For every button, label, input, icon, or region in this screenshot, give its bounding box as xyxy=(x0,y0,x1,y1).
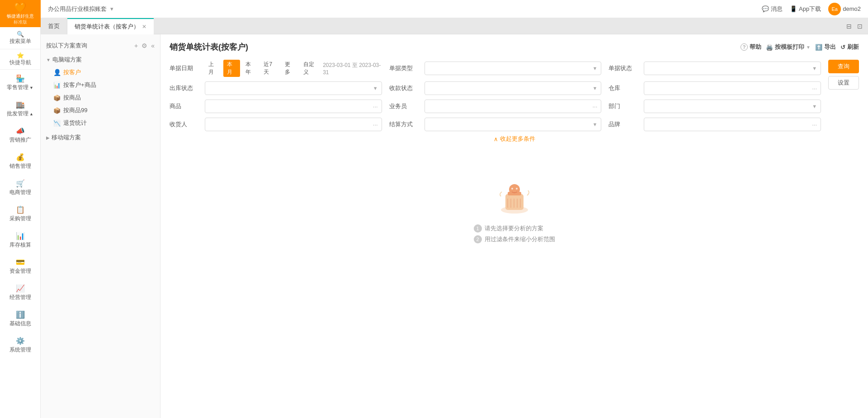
sidebar-item-marketing[interactable]: 📣 营销推广 xyxy=(0,122,41,148)
topbar-user[interactable]: Ea demo2 xyxy=(828,3,861,15)
tree-mobile-scheme[interactable]: ▶ 移动端方案 xyxy=(41,131,160,144)
sidebar-item-wholesale[interactable]: 🏬 批发管理 ▲ xyxy=(0,96,41,122)
filter-cell-payment-method: 结算方式 ▼ xyxy=(389,118,609,131)
brand-dropdown[interactable]: ··· xyxy=(644,118,821,131)
date-btn-7days[interactable]: 近7天 xyxy=(260,60,279,77)
help-action[interactable]: ? 帮助 xyxy=(741,43,761,51)
payment-method-dropdown[interactable]: ▼ xyxy=(425,118,602,131)
payment-status-dropdown[interactable]: ▼ xyxy=(425,81,602,95)
tab-sales-stat-label: 销货单统计表（按客户） xyxy=(75,23,139,31)
refresh-action[interactable]: ↺ 刷新 xyxy=(840,43,859,51)
order-status-control: ▼ xyxy=(644,62,821,75)
sidebar-item-finance[interactable]: 💳 资金管理 xyxy=(0,253,41,280)
topbar-app-download[interactable]: 📱 App下载 xyxy=(790,5,821,13)
app-download-label: App下载 xyxy=(799,5,821,13)
date-btn-this-year[interactable]: 本年 xyxy=(242,60,259,77)
sidebar-item-sales[interactable]: 💰 销售管理 xyxy=(0,148,41,175)
setting-scheme-icon[interactable]: ⚙ xyxy=(142,42,147,49)
receiver-control: ··· xyxy=(205,118,382,131)
query-button[interactable]: 查询 xyxy=(828,60,859,73)
ship-status-control: ▼ xyxy=(205,81,382,95)
filter-cell-dept: 部门 ▼ xyxy=(609,100,821,113)
sidebar-item-ecommerce[interactable]: 🛒 电商管理 xyxy=(0,175,41,201)
window-maximize-btn[interactable]: ⊡ xyxy=(855,22,864,31)
sidebar-item-operations[interactable]: 📈 经营管理 xyxy=(0,280,41,306)
add-scheme-icon[interactable]: + xyxy=(134,42,138,49)
app-logo[interactable]: 🧡 畅捷通好生意 标准版 xyxy=(0,0,41,27)
brand-control: ··· xyxy=(644,118,821,131)
order-status-dropdown[interactable]: ▼ xyxy=(644,62,821,75)
salesperson-dots[interactable]: ··· xyxy=(593,103,598,110)
sidebar-item-basic-info[interactable]: ℹ️ 基础信息 xyxy=(0,306,41,332)
filter-row-2: 出库状态 ▼ 收款状态 xyxy=(170,81,821,95)
receiver-dropdown[interactable]: ··· xyxy=(205,118,382,131)
receiver-dots[interactable]: ··· xyxy=(373,121,378,128)
export-icon: ⬆️ xyxy=(815,44,822,51)
tree-by-goods[interactable]: 📦 按商品 xyxy=(41,91,160,104)
filter-cell-ship: 出库状态 ▼ xyxy=(170,81,389,95)
warehouse-dropdown[interactable]: ··· xyxy=(644,81,821,95)
tree-desktop-scheme[interactable]: ▼ 电脑端方案 xyxy=(41,53,160,66)
industry-dropdown-arrow[interactable]: ▾ xyxy=(110,5,113,12)
ship-status-dropdown[interactable]: ▼ xyxy=(205,81,382,95)
sidebar-search[interactable]: 🔍 搜索菜单 xyxy=(0,27,41,49)
order-type-dropdown[interactable]: ▼ xyxy=(425,62,602,75)
filter-form-wrapper: 单据日期 上月 本月 本年 近7天 更多 自定义 20 xyxy=(170,60,859,131)
app-subtitle: 标准版 xyxy=(14,19,27,25)
left-panel-icons: + ⚙ « xyxy=(134,42,155,49)
sidebar-item-retail[interactable]: 🏪 零售管理 ▼ xyxy=(0,70,41,96)
date-btn-more[interactable]: 更多 xyxy=(281,60,298,77)
template-print-action[interactable]: 🖨️ 按模板打印 ▼ xyxy=(766,43,811,51)
date-btn-custom[interactable]: 自定义 xyxy=(300,60,321,77)
sidebar-ecommerce-label: 电商管理 xyxy=(9,189,31,196)
tip-2-text: 用过滤条件来缩小分析范围 xyxy=(485,235,555,243)
left-panel: 按以下方案查询 + ⚙ « ▼ 电脑端方案 👤 按客户 📊 按客户+商品 xyxy=(41,34,160,418)
export-action[interactable]: ⬆️ 导出 xyxy=(815,43,836,51)
warehouse-label: 仓库 xyxy=(609,84,640,92)
desktop-scheme-arrow: ▼ xyxy=(46,57,51,62)
ship-status-label: 出库状态 xyxy=(170,84,201,92)
tree-by-customer[interactable]: 👤 按客户 xyxy=(41,66,160,79)
refresh-icon: ↺ xyxy=(840,44,845,51)
settings-button[interactable]: 设置 xyxy=(828,76,859,90)
brand-dots[interactable]: ··· xyxy=(812,121,817,128)
sidebar-item-system[interactable]: ⚙️ 系统管理 xyxy=(0,332,41,358)
warehouse-dots[interactable]: ··· xyxy=(812,85,817,92)
filter-row-1: 单据日期 上月 本月 本年 近7天 更多 自定义 20 xyxy=(170,60,821,77)
goods-dropdown[interactable]: ··· xyxy=(205,100,382,113)
desktop-scheme-label: 电脑端方案 xyxy=(52,56,82,64)
dept-label: 部门 xyxy=(609,102,640,110)
svg-rect-1 xyxy=(505,194,524,210)
sidebar-basic-info-label: 基础信息 xyxy=(9,320,31,328)
tab-close-icon[interactable]: ✕ xyxy=(142,24,146,30)
system-icon: ⚙️ xyxy=(16,337,25,345)
salesperson-dropdown[interactable]: ··· xyxy=(425,100,602,113)
date-label: 单据日期 xyxy=(170,64,201,72)
salesperson-label: 业务员 xyxy=(389,102,421,110)
collapse-bar[interactable]: ∧ 收起更多条件 xyxy=(170,131,859,147)
by-customer-goods-icon: 📊 xyxy=(53,82,61,89)
date-range-text: 2023-03-01 至 2023-03-31 xyxy=(323,62,382,76)
collapse-panel-icon[interactable]: « xyxy=(151,42,155,49)
by-customer-label: 按客户 xyxy=(63,68,81,76)
payment-method-label: 结算方式 xyxy=(389,120,421,128)
sales-icon: 💰 xyxy=(16,153,25,162)
topbar-msg[interactable]: 💬 消息 xyxy=(762,5,783,13)
date-btn-this-month[interactable]: 本月 xyxy=(223,60,240,77)
tree-by-customer-goods[interactable]: 📊 按客户+商品 xyxy=(41,79,160,91)
tab-sales-stat[interactable]: 销货单统计表（按客户） ✕ xyxy=(67,18,154,34)
dept-dropdown[interactable]: ▼ xyxy=(644,100,821,113)
goods-label: 商品 xyxy=(170,102,201,110)
tree-return-stat[interactable]: 📉 退货统计 xyxy=(41,117,160,129)
date-btn-last-month[interactable]: 上月 xyxy=(205,60,222,77)
sidebar-quick-nav[interactable]: ⭐ 快捷导航 xyxy=(0,49,41,70)
tab-home[interactable]: 首页 xyxy=(41,18,67,34)
tree-by-goods99[interactable]: 📦 按商品99 xyxy=(41,104,160,117)
order-status-arrow: ▼ xyxy=(812,66,817,71)
retail-arrow: ▼ xyxy=(29,86,33,90)
sidebar-item-purchase[interactable]: 📋 采购管理 xyxy=(0,201,41,227)
window-controls: ⊟ ⊡ xyxy=(844,22,868,31)
sidebar-item-inventory[interactable]: 📊 库存核算 xyxy=(0,227,41,253)
goods-dots[interactable]: ··· xyxy=(373,103,378,110)
window-minimize-btn[interactable]: ⊟ xyxy=(844,22,854,31)
